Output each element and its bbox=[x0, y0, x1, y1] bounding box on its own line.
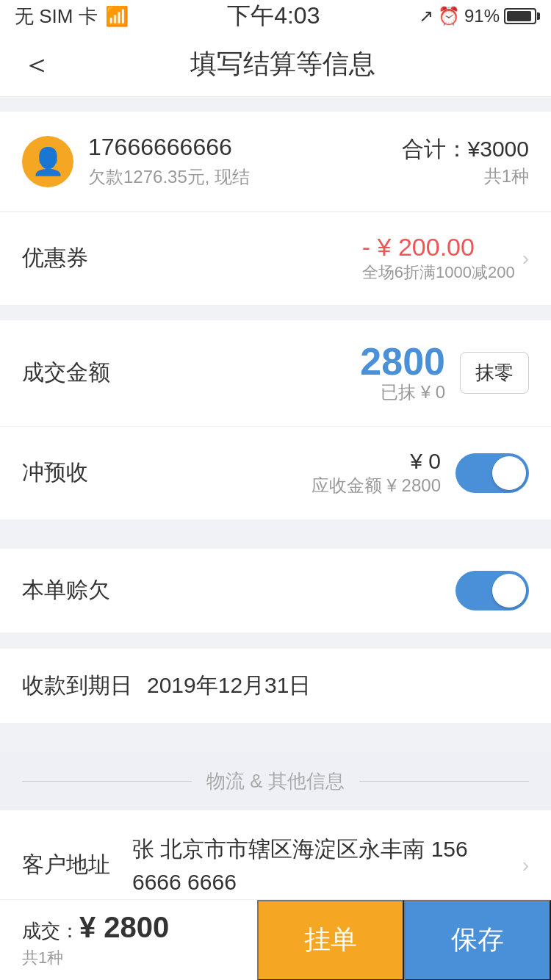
user-debt: 欠款1276.35元, 现结 bbox=[88, 165, 250, 189]
erase-button[interactable]: 抹零 bbox=[460, 352, 529, 394]
prepaid-label: 冲预收 bbox=[22, 458, 88, 488]
total-count: 共1种 bbox=[402, 165, 529, 188]
page-title: 填写结算等信息 bbox=[66, 46, 500, 82]
prepaid-receivable: 应收金额 ¥ 2800 bbox=[311, 474, 441, 497]
prepaid-toggle[interactable] bbox=[455, 453, 529, 493]
section-gap-3 bbox=[0, 633, 551, 647]
status-left: 无 SIM 卡 📶 bbox=[15, 4, 129, 29]
debt-toggle-knob bbox=[492, 574, 526, 608]
bottom-deal-amount: ¥ 2800 bbox=[79, 911, 169, 943]
prepaid-amount-wrap: ¥ 0 应收金额 ¥ 2800 bbox=[311, 449, 441, 497]
toggle-knob bbox=[492, 456, 526, 490]
bottom-deal-text: 成交： bbox=[22, 920, 79, 942]
form-section-1: 成交金额 2800 已抹 ¥ 0 抹零 冲预收 ¥ 0 应收金额 ¥ 2800 bbox=[0, 320, 551, 519]
deal-amount-label: 成交金额 bbox=[22, 358, 110, 388]
coupon-row[interactable]: 优惠券 - ¥ 200.00 全场6折满1000减200 › bbox=[0, 212, 551, 306]
status-time: 下午4:03 bbox=[227, 0, 320, 32]
due-date-value: 2019年12月31日 bbox=[147, 671, 311, 701]
total-label: 合计： bbox=[402, 137, 468, 161]
status-bar: 无 SIM 卡 📶 下午4:03 ↗ ⏰ 91% bbox=[0, 0, 551, 32]
wifi-icon: 📶 bbox=[105, 5, 129, 28]
section-header-text: 物流 & 其他信息 bbox=[206, 768, 345, 794]
deal-amount-row: 成交金额 2800 已抹 ¥ 0 抹零 bbox=[0, 320, 551, 427]
header-line-right bbox=[359, 781, 529, 782]
user-left: 👤 17666666666 欠款1276.35元, 现结 bbox=[22, 134, 250, 189]
coupon-label: 优惠券 bbox=[22, 243, 88, 273]
deal-erased: 已抹 ¥ 0 bbox=[360, 381, 445, 404]
coupon-right: - ¥ 200.00 全场6折满1000减200 › bbox=[362, 233, 529, 284]
coupon-desc: 全场6折满1000减200 bbox=[362, 262, 515, 284]
due-date-row: 收款到期日 2019年12月31日 bbox=[0, 649, 551, 723]
logistics-section-header: 物流 & 其他信息 bbox=[0, 752, 551, 810]
user-total: 合计：¥3000 共1种 bbox=[402, 134, 529, 188]
deal-amount-value: 2800 bbox=[360, 342, 445, 381]
total-value: ¥3000 bbox=[468, 137, 529, 161]
user-info: 17666666666 欠款1276.35元, 现结 bbox=[88, 134, 250, 189]
header-line-left bbox=[22, 781, 192, 782]
status-right: ↗ ⏰ 91% bbox=[419, 6, 536, 26]
clock-icon: ⏰ bbox=[438, 6, 460, 26]
bottom-count: 共1种 bbox=[22, 947, 235, 969]
sim-label: 无 SIM 卡 bbox=[15, 4, 98, 29]
coupon-discount: - ¥ 200.00 bbox=[362, 233, 515, 262]
user-card: 👤 17666666666 欠款1276.35元, 现结 合计：¥3000 共1… bbox=[0, 112, 551, 211]
bottom-deal-label: 成交：¥ 2800 bbox=[22, 911, 235, 944]
deal-right: 2800 已抹 ¥ 0 抹零 bbox=[360, 342, 529, 404]
bottom-info: 成交：¥ 2800 共1种 bbox=[0, 911, 257, 969]
prepaid-row: 冲预收 ¥ 0 应收金额 ¥ 2800 bbox=[0, 427, 551, 519]
pending-button[interactable]: 挂单 bbox=[257, 900, 404, 981]
due-date-label: 收款到期日 bbox=[22, 671, 132, 701]
section-gap-4 bbox=[0, 723, 551, 738]
bottom-bar: 成交：¥ 2800 共1种 挂单 保存 bbox=[0, 899, 551, 980]
section-gap-1 bbox=[0, 306, 551, 320]
battery-fill bbox=[507, 11, 531, 21]
avatar: 👤 bbox=[22, 136, 73, 187]
save-button[interactable]: 保存 bbox=[404, 900, 551, 981]
debt-row: 本单赊欠 bbox=[0, 549, 551, 633]
user-phone: 17666666666 bbox=[88, 134, 250, 161]
address-label: 客户地址 bbox=[22, 850, 110, 880]
back-button[interactable]: ＜ bbox=[22, 44, 51, 84]
deal-amount-wrap: 2800 已抹 ¥ 0 bbox=[360, 342, 445, 404]
battery-percent: 91% bbox=[464, 6, 500, 26]
chevron-right-icon: › bbox=[522, 247, 529, 270]
total-amount: 合计：¥3000 bbox=[402, 134, 529, 165]
section-gap-2 bbox=[0, 519, 551, 534]
debt-toggle[interactable] bbox=[455, 571, 529, 610]
location-icon: ↗ bbox=[419, 6, 433, 26]
debt-label: 本单赊欠 bbox=[22, 575, 110, 605]
prepaid-right: ¥ 0 应收金额 ¥ 2800 bbox=[311, 449, 529, 497]
content-area: 👤 17666666666 欠款1276.35元, 现结 合计：¥3000 共1… bbox=[0, 112, 551, 980]
prepaid-amount: ¥ 0 bbox=[311, 449, 441, 474]
nav-bar: ＜ 填写结算等信息 bbox=[0, 32, 551, 97]
battery-icon bbox=[504, 8, 536, 24]
address-chevron-icon: › bbox=[522, 854, 529, 877]
address-content: 张 北京市市辖区海淀区永丰南 156 6666 6666 bbox=[132, 832, 515, 898]
